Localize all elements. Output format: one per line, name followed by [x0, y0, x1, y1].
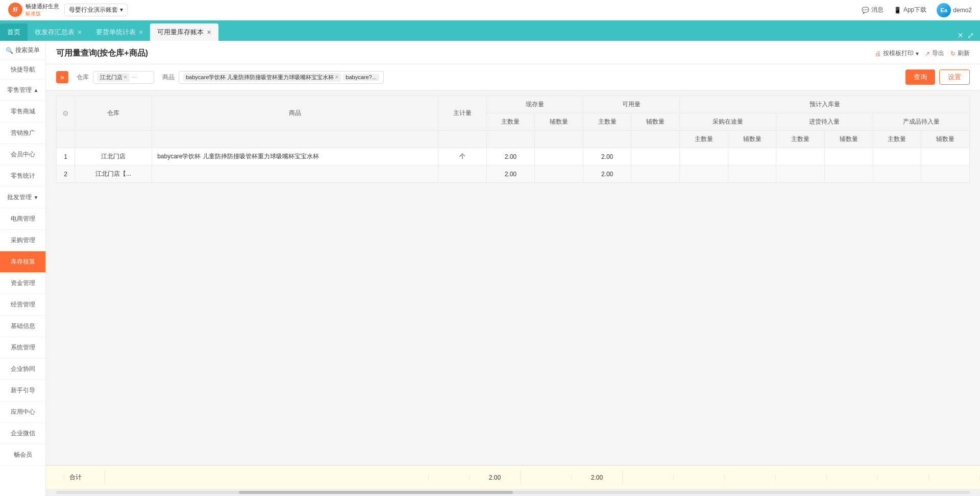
- sidebar-item-operations[interactable]: 经营管理: [0, 294, 45, 316]
- sidebar-quick-nav[interactable]: 快捷导航: [0, 60, 45, 80]
- footer-current-aux: [521, 475, 572, 481]
- export-btn[interactable]: ↗ 导出: [925, 49, 944, 58]
- th-empty-avail-main: [583, 131, 631, 148]
- th-empty-current-aux: [535, 131, 583, 148]
- product-filter: 商品 babycare学饮杯 儿童防摔防撞吸管杯重力球吸嘴杯宝宝水杯 × bab…: [162, 71, 384, 84]
- th-production-arrival-aux: 辅数量: [921, 131, 970, 148]
- row2-purchase-transit-aux: [728, 166, 776, 183]
- warehouse-tag-1[interactable]: 江北门店 ×: [97, 73, 130, 82]
- sidebar-item-retail-stat[interactable]: 零售统计: [0, 166, 45, 187]
- row1-purchase-transit-main: [680, 148, 728, 166]
- sidebar-item-retail-mgmt[interactable]: 零售管理 ▲: [0, 80, 45, 101]
- row1-production-arrival-aux: [921, 148, 970, 166]
- sidebar-item-member[interactable]: 会员中心: [0, 144, 45, 166]
- template-print-label: 按模板打印: [883, 49, 914, 58]
- sidebar-item-app-center[interactable]: 应用中心: [0, 401, 45, 423]
- settings-button[interactable]: 设置: [939, 69, 970, 85]
- table-container: ⚙ 仓库 商品 主计量 现存量 可用量 预计入库量 主数量 辅数量 主数量 辅数…: [46, 90, 980, 465]
- tab-recv-send-close[interactable]: ×: [78, 29, 82, 36]
- chevron-down-icon: ▼: [34, 195, 39, 200]
- warehouse-tag-1-close[interactable]: ×: [124, 74, 127, 81]
- product-tag-2-label: babycare?...: [346, 74, 377, 80]
- sidebar-item-finance[interactable]: 资金管理: [0, 273, 45, 294]
- th-empty-current-main: [486, 131, 535, 148]
- row2-current-aux: [535, 166, 583, 183]
- chevron-down-icon: ▾: [916, 50, 919, 57]
- page-header: 可用量查询(按仓库+商品) 🖨 按模板打印 ▾ ↗ 导出 ↻ 刷新: [46, 41, 980, 64]
- tab-home[interactable]: 首页: [0, 23, 28, 41]
- app-download-action[interactable]: 📱 App下载: [894, 6, 926, 14]
- row2-production-arrival-aux: [921, 166, 970, 183]
- product-tag-1[interactable]: babycare学饮杯 儿童防摔防撞吸管杯重力球吸嘴杯宝宝水杯 ×: [183, 73, 341, 82]
- row2-available-aux: [631, 166, 680, 183]
- footer-transit-aux: [725, 475, 776, 481]
- top-bar-right: 💬 消息 📱 App下载 Ea demo2: [862, 3, 972, 17]
- tab-recv-send[interactable]: 收发存汇总表 ×: [28, 23, 89, 41]
- tab-order-stat-close[interactable]: ×: [139, 29, 143, 36]
- query-button[interactable]: 查询: [905, 69, 935, 85]
- sidebar-search[interactable]: 🔍 搜索菜单: [0, 41, 45, 60]
- gear-icon[interactable]: ⚙: [62, 109, 69, 117]
- tab-order-stat[interactable]: 要货单统计表 ×: [89, 23, 150, 41]
- sidebar-item-finance-label: 资金管理: [11, 279, 35, 287]
- message-action[interactable]: 💬 消息: [862, 6, 884, 14]
- product-tags-input[interactable]: babycare学饮杯 儿童防摔防撞吸管杯重力球吸嘴杯宝宝水杯 × babyca…: [179, 71, 384, 84]
- top-bar: 好 畅捷通好生意 标准版 母婴行业演示账套 ▾ 💬 消息 📱 App下载 Ea …: [0, 0, 980, 20]
- sidebar-item-wholesale[interactable]: 批发管理 ▼: [0, 187, 45, 208]
- refresh-icon: ↻: [950, 50, 955, 57]
- table-row: 2 江北门店【... 2.00 2.00: [57, 166, 970, 183]
- template-print-btn[interactable]: 🖨 按模板打印 ▾: [875, 49, 919, 58]
- product-tag-1-close[interactable]: ×: [335, 74, 338, 81]
- sidebar-item-member-label: 会员中心: [11, 151, 35, 158]
- sidebar-item-marketing[interactable]: 营销推广: [0, 123, 45, 144]
- row1-product: babycare学饮杯 儿童防摔防撞吸管杯重力球吸嘴杯宝宝水杯: [152, 148, 438, 166]
- tab-order-stat-label: 要货单统计表: [96, 28, 136, 37]
- footer-production-main: [878, 475, 929, 481]
- sidebar-item-retail-mgmt-label: 零售管理: [7, 86, 32, 95]
- sidebar-item-vip-member[interactable]: 畅会员: [0, 444, 45, 466]
- footer-available-main: 2.00: [572, 471, 623, 484]
- filter-more-dots[interactable]: ···: [132, 74, 137, 81]
- th-available-group: 可用量: [583, 96, 679, 113]
- account-selector[interactable]: 母婴行业演示账套 ▾: [64, 4, 128, 16]
- sidebar-quick-nav-label: 快捷导航: [11, 65, 35, 74]
- footer-empty-2: [105, 475, 429, 481]
- product-tag-2[interactable]: babycare?...: [343, 74, 379, 81]
- horizontal-scrollbar[interactable]: [56, 491, 970, 494]
- sidebar-search-label: 搜索菜单: [15, 46, 40, 55]
- refresh-btn[interactable]: ↻ 刷新: [950, 49, 970, 58]
- tab-available-stock[interactable]: 可用量库存账本 ×: [150, 23, 218, 41]
- warehouse-tags-input[interactable]: 江北门店 × ···: [93, 71, 154, 84]
- sidebar-item-guide[interactable]: 新手引导: [0, 380, 45, 401]
- th-empty-warehouse: [75, 131, 152, 148]
- row1-available-main: 2.00: [583, 148, 631, 166]
- account-selector-label: 母婴行业演示账套: [69, 6, 118, 14]
- sidebar-item-enterprise-wechat[interactable]: 企业微信: [0, 423, 45, 444]
- row1-current-main: 2.00: [486, 148, 535, 166]
- footer-label: 合计: [64, 470, 105, 485]
- nav-close-button[interactable]: ×: [958, 30, 963, 41]
- nav-expand-button[interactable]: ⤢: [967, 31, 974, 40]
- footer-empty-unit: [429, 475, 470, 481]
- sidebar-item-ecommerce[interactable]: 电商管理: [0, 208, 45, 230]
- th-purchase-transit-group: 采购在途量: [680, 113, 776, 131]
- message-label: 消息: [871, 6, 884, 14]
- sidebar-item-purchase[interactable]: 采购管理: [0, 230, 45, 251]
- sidebar-item-retail-mall[interactable]: 零售商城: [0, 101, 45, 123]
- product-filter-label: 商品: [162, 73, 175, 82]
- tab-available-stock-close[interactable]: ×: [207, 29, 211, 36]
- warehouse-tag-1-label: 江北门店: [100, 74, 122, 81]
- filter-toggle-button[interactable]: »: [56, 71, 68, 83]
- sidebar-item-enterprise-wechat-label: 企业微信: [11, 430, 35, 437]
- scrollbar-thumb[interactable]: [239, 491, 513, 494]
- data-table: ⚙ 仓库 商品 主计量 现存量 可用量 预计入库量 主数量 辅数量 主数量 辅数…: [56, 96, 970, 183]
- user-action[interactable]: Ea demo2: [937, 3, 972, 17]
- sidebar-item-enterprise[interactable]: 企业协同: [0, 359, 45, 380]
- row2-purchase-arrival-main: [776, 166, 825, 183]
- th-purchase-arrival-main: 主数量: [776, 131, 825, 148]
- sidebar-item-basic-info[interactable]: 基础信息: [0, 316, 45, 337]
- sidebar-item-system[interactable]: 系统管理: [0, 337, 45, 359]
- brand-text: 畅捷通好生意: [26, 3, 59, 10]
- row2-warehouse: 江北门店【...: [75, 166, 152, 183]
- sidebar-item-inventory[interactable]: 库存核算: [0, 251, 45, 273]
